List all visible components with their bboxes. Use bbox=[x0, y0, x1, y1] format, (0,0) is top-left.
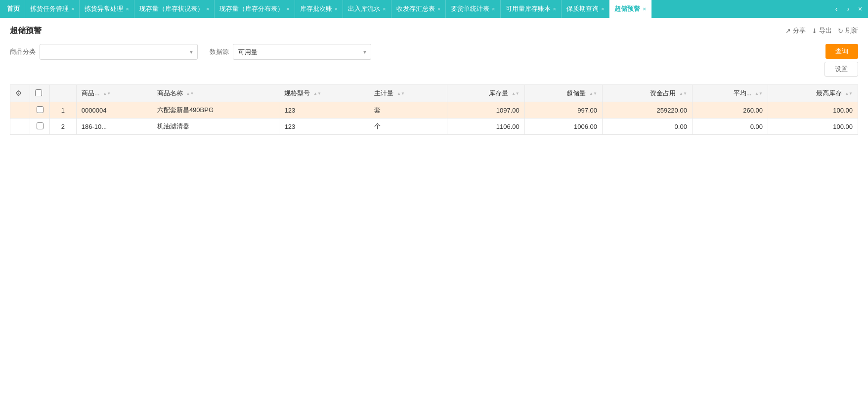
th-code-label: 商品... bbox=[82, 89, 100, 97]
page-title: 超储预警 bbox=[10, 26, 42, 36]
sort-icon[interactable]: ▲▼ bbox=[186, 92, 194, 96]
th-spec-label: 规格型号 bbox=[284, 89, 310, 97]
table-header-row: ⚙ 商品... ▲▼ 商品名称 ▲▼ 规格型号 ▲▼ bbox=[10, 85, 858, 102]
datasource-select-wrapper: 可用量 库存量 bbox=[233, 44, 371, 60]
query-button[interactable]: 查询 bbox=[825, 44, 858, 59]
category-filter: 商品分类 bbox=[10, 44, 198, 60]
sort-icon[interactable]: ▲▼ bbox=[103, 92, 111, 96]
settings-button[interactable]: 设置 bbox=[825, 62, 858, 77]
nav-tab-home[interactable]: 首页 bbox=[2, 0, 25, 18]
datasource-filter: 数据源 可用量 库存量 bbox=[210, 44, 371, 60]
th-capital: 资金占用 ▲▼ bbox=[602, 85, 692, 102]
gear-icon[interactable]: ⚙ bbox=[15, 89, 22, 97]
table-row: 2 186-10... 机油滤清器 123 个 1106.00 1006.00 … bbox=[10, 118, 858, 135]
nav-tab-close[interactable]: × bbox=[206, 6, 209, 12]
refresh-button[interactable]: ↻ 刷新 bbox=[838, 27, 858, 35]
th-max-label: 最高库存 bbox=[816, 89, 842, 97]
nav-tab-quality-check[interactable]: 保质期查询 × bbox=[562, 0, 609, 18]
sort-icon[interactable]: ▲▼ bbox=[313, 92, 321, 96]
td-stock: 1097.00 bbox=[447, 102, 524, 118]
nav-tab-label: 要货单统计表 bbox=[451, 5, 489, 13]
nav-tab-over-stock[interactable]: 超储预警 × bbox=[609, 0, 651, 18]
nav-tab-order-stats[interactable]: 要货单统计表 × bbox=[446, 0, 500, 18]
nav-tab-available-account[interactable]: 可用量库存账本 × bbox=[501, 0, 562, 18]
sort-icon[interactable]: ▲▼ bbox=[679, 92, 687, 96]
th-name-label: 商品名称 bbox=[157, 89, 183, 97]
th-stock-label: 库存量 bbox=[489, 89, 508, 97]
td-over: 997.00 bbox=[524, 102, 602, 118]
row-checkbox[interactable] bbox=[37, 122, 43, 129]
nav-tab-receive-send[interactable]: 收发存汇总表 × bbox=[391, 0, 446, 18]
nav-tab-close[interactable]: × bbox=[437, 6, 440, 12]
td-gear-cell bbox=[10, 102, 30, 118]
table-row: 1 0000004 六配套新昌490BPG 123 套 1097.00 997.… bbox=[10, 102, 858, 118]
select-all-checkbox[interactable] bbox=[35, 89, 42, 96]
nav-tab-close[interactable]: × bbox=[553, 6, 556, 12]
nav-tab-close[interactable]: × bbox=[126, 6, 129, 12]
nav-tab-abnormal[interactable]: 拣货异常处理 × bbox=[80, 0, 134, 18]
page-content: 超储预警 ↗ 分享 ⤓ 导出 ↻ 刷新 商品分类 bbox=[0, 18, 868, 395]
nav-left-arrow[interactable]: ‹ bbox=[830, 0, 842, 18]
refresh-label: 刷新 bbox=[845, 27, 858, 35]
th-checkbox bbox=[30, 85, 50, 102]
td-checkbox-cell bbox=[30, 102, 50, 118]
th-over: 超储量 ▲▼ bbox=[524, 85, 602, 102]
td-code: 0000004 bbox=[76, 102, 152, 118]
action-buttons: 查询 设置 bbox=[825, 44, 858, 77]
nav-tab-batch-account[interactable]: 库存批次账 × bbox=[295, 0, 343, 18]
export-icon: ⤓ bbox=[812, 27, 817, 35]
share-button[interactable]: ↗ 分享 bbox=[785, 27, 806, 35]
data-table: ⚙ 商品... ▲▼ 商品名称 ▲▼ 规格型号 ▲▼ bbox=[10, 84, 858, 135]
sort-icon[interactable]: ▲▼ bbox=[845, 92, 853, 96]
nav-tab-close[interactable]: × bbox=[643, 6, 646, 12]
datasource-select[interactable]: 可用量 库存量 bbox=[233, 44, 371, 60]
th-unit: 主计量 ▲▼ bbox=[369, 85, 447, 102]
sort-icon[interactable]: ▲▼ bbox=[512, 92, 520, 96]
nav-tab-inout-flow[interactable]: 出入库流水 × bbox=[343, 0, 391, 18]
td-capital: 0.00 bbox=[602, 118, 692, 135]
nav-tab-label: 库存批次账 bbox=[300, 5, 332, 13]
nav-right-arrow[interactable]: › bbox=[842, 0, 854, 18]
nav-tab-inventory-status[interactable]: 现存量（库存状况表） × bbox=[134, 0, 215, 18]
nav-tab-close[interactable]: × bbox=[492, 6, 495, 12]
nav-tab-close[interactable]: × bbox=[383, 6, 386, 12]
header-actions: ↗ 分享 ⤓ 导出 ↻ 刷新 bbox=[785, 27, 858, 35]
nav-tab-close[interactable]: × bbox=[286, 6, 289, 12]
nav-tab-label: 出入库流水 bbox=[348, 5, 380, 13]
td-unit: 个 bbox=[369, 118, 447, 135]
th-spec: 规格型号 ▲▼ bbox=[279, 85, 369, 102]
export-button[interactable]: ⤓ 导出 bbox=[812, 27, 832, 35]
sort-icon[interactable]: ▲▼ bbox=[397, 92, 405, 96]
nav-tab-close[interactable]: × bbox=[71, 6, 74, 12]
td-code: 186-10... bbox=[76, 118, 152, 135]
sort-icon[interactable]: ▲▼ bbox=[589, 92, 597, 96]
nav-tab-home-label: 首页 bbox=[7, 5, 20, 13]
nav-close-all[interactable]: × bbox=[854, 0, 866, 18]
export-label: 导出 bbox=[819, 27, 832, 35]
th-avg: 平均... ▲▼ bbox=[692, 85, 768, 102]
td-max: 100.00 bbox=[768, 102, 858, 118]
category-label: 商品分类 bbox=[10, 47, 36, 56]
th-stock: 库存量 ▲▼ bbox=[447, 85, 524, 102]
td-checkbox-cell bbox=[30, 118, 50, 135]
th-name: 商品名称 ▲▼ bbox=[152, 85, 279, 102]
row-checkbox[interactable] bbox=[37, 106, 43, 113]
category-select[interactable] bbox=[40, 44, 198, 60]
th-gear: ⚙ bbox=[10, 85, 30, 102]
nav-tab-close[interactable]: × bbox=[335, 6, 338, 12]
nav-tab-task-mgmt[interactable]: 拣货任务管理 × bbox=[25, 0, 80, 18]
td-name: 六配套新昌490BPG bbox=[152, 102, 279, 118]
td-max: 100.00 bbox=[768, 118, 858, 135]
th-code: 商品... ▲▼ bbox=[76, 85, 152, 102]
nav-tab-close[interactable]: × bbox=[601, 6, 604, 12]
page-header: 超储预警 ↗ 分享 ⤓ 导出 ↻ 刷新 bbox=[10, 26, 858, 36]
td-spec: 123 bbox=[279, 102, 369, 118]
th-max: 最高库存 ▲▼ bbox=[768, 85, 858, 102]
th-avg-label: 平均... bbox=[734, 89, 752, 97]
nav-tab-inventory-dist[interactable]: 现存量（库存分布表） × bbox=[215, 0, 295, 18]
td-unit: 套 bbox=[369, 102, 447, 118]
td-row-num: 2 bbox=[50, 118, 77, 135]
td-name: 机油滤清器 bbox=[152, 118, 279, 135]
sort-icon[interactable]: ▲▼ bbox=[755, 92, 763, 96]
nav-tab-label: 现存量（库存分布表） bbox=[219, 5, 284, 13]
